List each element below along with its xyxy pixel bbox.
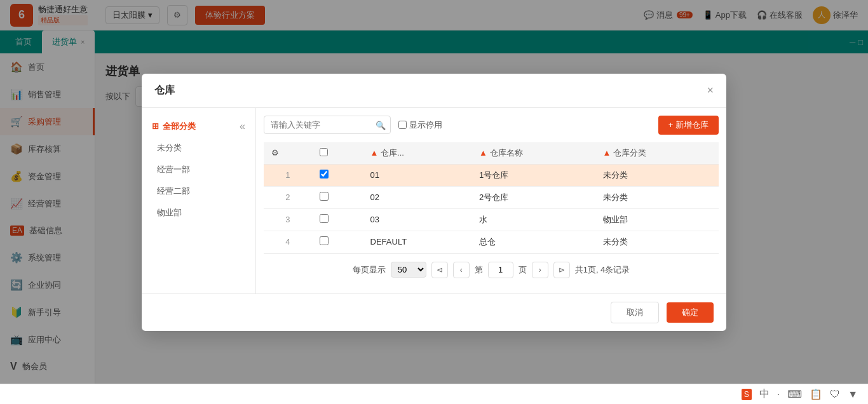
table-row[interactable]: 1 01 1号仓库 未分类 [264, 164, 719, 186]
all-category-button[interactable]: ⊞ 全部分类 [152, 121, 196, 132]
bottom-icon-arrow[interactable]: ▼ [848, 389, 858, 400]
confirm-button[interactable]: 确定 [667, 302, 714, 323]
col-category-header[interactable]: ▲ 仓库分类 [595, 142, 719, 165]
row-checkbox-cell [312, 208, 363, 231]
modal-header: 仓库 × [142, 74, 726, 108]
bottom-icon-shield[interactable]: 🛡 [830, 389, 840, 400]
last-page-button[interactable]: ⊳ [553, 262, 570, 278]
category-item-dept2[interactable]: 经营二部 [142, 180, 255, 202]
cancel-button[interactable]: 取消 [611, 302, 659, 323]
row-category: 物业部 [595, 208, 719, 231]
sort-icon2: ▲ [479, 148, 487, 158]
row-checkbox[interactable] [320, 214, 329, 223]
row-checkbox[interactable] [320, 192, 329, 201]
page-suffix-label: 页 [519, 264, 527, 276]
row-checkbox[interactable] [320, 170, 329, 178]
row-category: 未分类 [595, 164, 719, 186]
grid-icon: ⊞ [152, 121, 159, 131]
col-gear: ⚙ [264, 142, 312, 165]
row-code: 02 [363, 186, 471, 208]
select-all-checkbox[interactable] [320, 148, 328, 156]
row-code: 01 [363, 164, 471, 186]
warehouse-table: ⚙ ▲ 仓库... ▲ 仓库名称 ▲ [264, 142, 719, 253]
category-item-dept1[interactable]: 经营一部 [142, 159, 255, 180]
row-checkbox-cell [312, 186, 363, 208]
col-code-header[interactable]: ▲ 仓库... [363, 142, 471, 165]
modal-title: 仓库 [154, 84, 175, 97]
category-item-unclassified[interactable]: 未分类 [142, 137, 255, 159]
next-page-button[interactable]: › [532, 262, 548, 278]
show-disabled-label[interactable]: 显示停用 [398, 119, 442, 131]
modal-body: ⊞ 全部分类 « 未分类 经营一部 经营二部 物业部 [142, 108, 726, 293]
sort-icon: ▲ [370, 148, 379, 158]
row-name: 2号仓库 [471, 186, 595, 208]
category-header: ⊞ 全部分类 « [142, 116, 255, 137]
row-checkbox[interactable] [320, 236, 329, 245]
row-name: 1号仓库 [471, 164, 595, 186]
per-page-label: 每页显示 [353, 264, 386, 276]
row-code: 03 [363, 208, 471, 231]
bottom-icon-zhong[interactable]: 中 [759, 387, 770, 401]
col-checkbox-header [312, 142, 363, 165]
row-name: 总仓 [471, 231, 595, 253]
row-category: 未分类 [595, 231, 719, 253]
bottom-icon-clipboard[interactable]: 📋 [810, 388, 822, 400]
bottom-bar: S 中 · ⌨ 📋 🛡 ▼ [0, 384, 868, 404]
modal-footer: 取消 确定 [142, 293, 726, 331]
pagination: 每页显示 50 100 ⊲ ‹ 第 页 › ⊳ 共1页, 4条记录 [264, 253, 719, 286]
collapse-icon[interactable]: « [240, 121, 245, 132]
row-index: 2 [264, 186, 312, 208]
table-row[interactable]: 2 02 2号仓库 未分类 [264, 186, 719, 208]
first-page-button[interactable]: ⊲ [431, 262, 448, 278]
modal-close-button[interactable]: × [707, 84, 714, 97]
search-icon[interactable]: 🔍 [376, 120, 386, 130]
row-checkbox-cell [312, 164, 363, 186]
table-row[interactable]: 3 03 水 物业部 [264, 208, 719, 231]
col-name-header[interactable]: ▲ 仓库名称 [471, 142, 595, 165]
search-bar: 🔍 显示停用 + 新增仓库 [264, 116, 719, 135]
category-sidebar: ⊞ 全部分类 « 未分类 经营一部 经营二部 物业部 [142, 108, 256, 293]
row-code: DEFAULT [363, 231, 471, 253]
row-index: 3 [264, 208, 312, 231]
table-area: 🔍 显示停用 + 新增仓库 ⚙ ▲ [256, 108, 726, 293]
prev-page-button[interactable]: ‹ [453, 262, 470, 278]
show-disabled-checkbox[interactable] [398, 121, 407, 129]
modal-overlay: 仓库 × ⊞ 全部分类 « 未分类 经营一部 [0, 0, 868, 404]
row-index: 1 [264, 164, 312, 186]
search-input[interactable] [264, 116, 391, 134]
bottom-icon-keyboard[interactable]: ⌨ [787, 388, 802, 400]
category-item-property[interactable]: 物业部 [142, 202, 255, 224]
search-input-wrap: 🔍 [264, 116, 391, 134]
row-checkbox-cell [312, 231, 363, 253]
bottom-icon-dot[interactable]: · [777, 389, 780, 400]
all-category-label: 全部分类 [163, 121, 196, 132]
row-category: 未分类 [595, 186, 719, 208]
total-info: 共1页, 4条记录 [575, 264, 630, 276]
sort-icon3: ▲ [603, 148, 611, 158]
row-index: 4 [264, 231, 312, 253]
bottom-icon-zh[interactable]: S [742, 389, 752, 400]
warehouse-modal: 仓库 × ⊞ 全部分类 « 未分类 经营一部 [142, 74, 726, 331]
add-warehouse-button[interactable]: + 新增仓库 [658, 116, 719, 135]
page-number-input[interactable] [488, 262, 513, 278]
row-name: 水 [471, 208, 595, 231]
table-row[interactable]: 4 DEFAULT 总仓 未分类 [264, 231, 719, 253]
page-prefix-label: 第 [475, 264, 483, 276]
per-page-select[interactable]: 50 100 [391, 262, 426, 278]
